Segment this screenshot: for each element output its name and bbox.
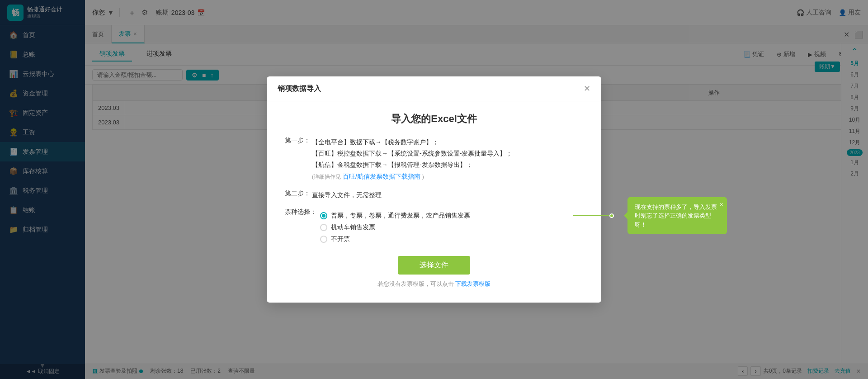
modal-title: 销项数据导入 bbox=[278, 84, 321, 94]
radio-1 bbox=[320, 212, 327, 219]
ticket-option-2[interactable]: 机动车销售发票 bbox=[320, 223, 583, 232]
step2-label: 第二步： bbox=[285, 190, 312, 201]
step2: 第二步： 直接导入文件，无需整理 bbox=[285, 190, 583, 201]
radio-3 bbox=[320, 236, 327, 243]
modal-body: 导入您的Excel文件 第一步： 【全电平台】数据下载→【税务数字账户】； 【百… bbox=[267, 101, 601, 303]
ticket-option-3[interactable]: 不开票 bbox=[320, 235, 583, 243]
import-modal: 销项数据导入 ✕ 导入您的Excel文件 第一步： 【全电平台】数据下载→【税务… bbox=[267, 76, 601, 303]
modal-footer: 若您没有发票模版，可以点击 下载发票模版 bbox=[285, 280, 583, 288]
modal-main-title: 导入您的Excel文件 bbox=[285, 112, 583, 126]
step1-label: 第一步： bbox=[285, 137, 312, 182]
step1: 第一步： 【全电平台】数据下载→【税务数字账户】； 【百旺】税控盘数据下载→【系… bbox=[285, 137, 583, 182]
tooltip-bubble: × 现在支持的票种多了，导入发票时别忘了选择正确的发票类型呀！ bbox=[627, 197, 727, 235]
modal-close-button[interactable]: ✕ bbox=[584, 84, 590, 94]
ticket-label: 票种选择： bbox=[285, 208, 316, 216]
ticket-selection: 票种选择： 普票，专票，卷票，通行费发票，农产品销售发票 × bbox=[285, 208, 583, 247]
step1-content: 【全电平台】数据下载→【税务数字账户】； 【百旺】税控盘数据下载→【系统设置-系… bbox=[312, 137, 583, 182]
guide-link[interactable]: 百旺/航信发票数据下载指南 bbox=[343, 173, 420, 180]
ticket-option-1[interactable]: 普票，专票，卷票，通行费发票，农产品销售发票 × 现在支持的票种多了，导入发票时… bbox=[320, 212, 583, 220]
radio-2 bbox=[320, 224, 327, 231]
download-template-link[interactable]: 下载发票模版 bbox=[455, 280, 491, 287]
step1-note: (详细操作见 百旺/航信发票数据下载指南 ) bbox=[312, 171, 583, 182]
tooltip-close-button[interactable]: × bbox=[720, 200, 723, 209]
step2-content: 直接导入文件，无需整理 bbox=[312, 190, 583, 201]
modal-header: 销项数据导入 ✕ bbox=[267, 76, 601, 101]
select-file-button[interactable]: 选择文件 bbox=[398, 256, 470, 275]
